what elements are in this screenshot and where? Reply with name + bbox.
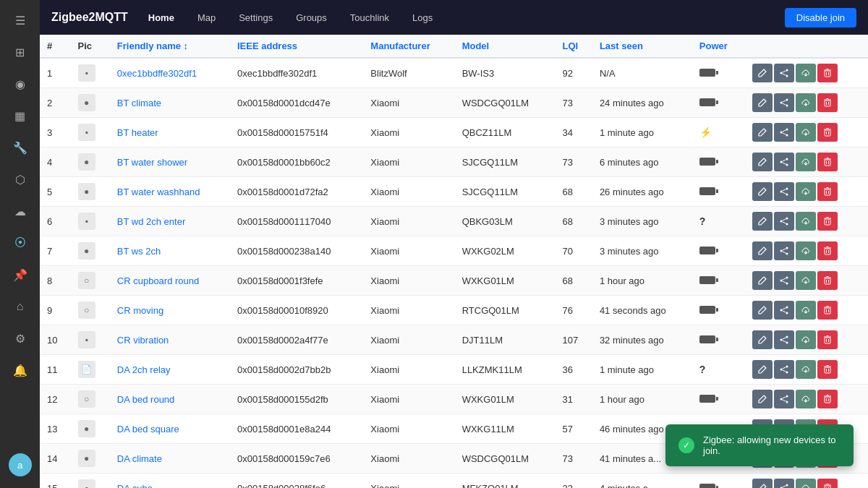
device-name-link[interactable]: DA bed round [117,394,175,405]
shield-icon[interactable]: ⬡ [6,165,35,194]
delete-button[interactable] [817,241,838,260]
col-lqi[interactable]: LQI [555,35,592,58]
device-name-link[interactable]: BT water washhand [117,187,200,197]
share-button[interactable] [774,64,794,82]
devices-icon[interactable]: ◉ [6,69,35,98]
cell-friendly-name[interactable]: BT wd 2ch enter [110,207,230,236]
share-button[interactable] [774,330,794,349]
ota-button[interactable] [796,330,816,349]
cell-friendly-name[interactable]: DA climate [110,444,230,474]
cell-friendly-name[interactable]: DA bed round [110,385,230,414]
share-button[interactable] [774,123,794,142]
delete-button[interactable] [817,182,838,201]
ota-button[interactable] [796,93,816,112]
nav-groups[interactable]: Groups [290,9,333,26]
nav-home[interactable]: Home [142,9,180,26]
bell-icon[interactable]: 🔔 [6,356,35,385]
cell-friendly-name[interactable]: BT water washhand [110,177,230,207]
device-name-link[interactable]: BT water shower [117,157,187,168]
edit-button[interactable] [752,390,773,408]
disable-join-button[interactable]: Disable join [785,8,856,27]
dashboard-icon[interactable]: ⊞ [6,38,35,67]
edit-button[interactable] [752,64,773,82]
delete-button[interactable] [817,479,838,488]
col-ieee[interactable]: IEEE address [230,35,363,58]
share-button[interactable] [774,182,794,201]
delete-button[interactable] [817,271,838,290]
cell-friendly-name[interactable]: DA bed square [110,414,230,444]
device-name-link[interactable]: DA cube [117,483,153,489]
col-power[interactable]: Power [692,35,745,58]
nav-touchlink[interactable]: Touchlink [344,9,395,26]
col-last-seen[interactable]: Last seen [592,35,692,58]
ota-button[interactable] [796,123,816,142]
edit-button[interactable] [752,93,773,112]
delete-button[interactable] [817,330,838,349]
gear-icon[interactable]: ⚙ [6,324,35,353]
share-button[interactable] [774,390,794,408]
edit-button[interactable] [752,360,773,379]
manufacturer-sort-link[interactable]: Manufacturer [370,40,430,51]
delete-button[interactable] [817,64,838,82]
wrench-icon[interactable]: 🔧 [6,133,35,162]
edit-button[interactable] [752,271,773,290]
ieee-sort-link[interactable]: IEEE address [237,40,297,51]
delete-button[interactable] [817,360,838,379]
delete-button[interactable] [817,212,838,231]
nav-map[interactable]: Map [192,9,221,26]
share-button[interactable] [774,212,794,231]
edit-button[interactable] [752,123,773,142]
edit-button[interactable] [752,241,773,260]
ota-button[interactable] [796,390,816,408]
zigbee-icon[interactable]: ⦿ [6,228,35,257]
cell-friendly-name[interactable]: CR cupboard round [110,266,230,296]
share-button[interactable] [774,360,794,379]
col-model[interactable]: Model [455,35,556,58]
edit-button[interactable] [752,479,773,488]
ota-button[interactable] [796,271,816,290]
device-name-link[interactable]: BT heater [117,127,158,138]
device-name-link[interactable]: CR moving [117,305,163,316]
delete-button[interactable] [817,153,838,171]
share-button[interactable] [774,241,794,260]
col-manufacturer[interactable]: Manufacturer [363,35,454,58]
delete-button[interactable] [817,390,838,408]
share-button[interactable] [774,479,794,488]
device-name-link[interactable]: DA 2ch relay [117,364,171,375]
edit-button[interactable] [752,153,773,171]
last-seen-sort-link[interactable]: Last seen [600,40,643,51]
device-name-link[interactable]: DA bed square [117,424,179,435]
device-name-link[interactable]: BT wd 2ch enter [117,216,185,227]
cell-friendly-name[interactable]: 0xec1bbdffe302df1 [110,58,230,88]
edit-button[interactable] [752,301,773,320]
cell-friendly-name[interactable]: BT ws 2ch [110,236,230,266]
model-sort-link[interactable]: Model [462,40,490,51]
lqi-sort-link[interactable]: LQI [562,40,578,51]
device-name-link[interactable]: CR vibration [117,335,169,346]
device-name-link[interactable]: 0xec1bbdffe302df1 [117,68,197,79]
device-name-link[interactable]: CR cupboard round [117,275,199,286]
chart-icon[interactable]: ▦ [6,101,35,130]
share-button[interactable] [774,301,794,320]
col-friendly-name[interactable]: Friendly name ↕ [110,35,230,58]
device-name-link[interactable]: BT ws 2ch [117,246,161,257]
cloud-icon[interactable]: ☁ [6,197,35,226]
cell-friendly-name[interactable]: DA 2ch relay [110,355,230,385]
home-icon[interactable]: ⌂ [6,292,35,321]
edit-button[interactable] [752,330,773,349]
pin-icon[interactable]: 📌 [6,260,35,289]
ota-button[interactable] [796,360,816,379]
cell-friendly-name[interactable]: BT climate [110,88,230,118]
ota-button[interactable] [796,182,816,201]
nav-settings[interactable]: Settings [233,9,278,26]
edit-button[interactable] [752,212,773,231]
ota-button[interactable] [796,153,816,171]
menu-icon[interactable]: ☰ [6,6,35,35]
device-name-link[interactable]: DA climate [117,453,162,464]
edit-button[interactable] [752,182,773,201]
ota-button[interactable] [796,479,816,488]
delete-button[interactable] [817,93,838,112]
cell-friendly-name[interactable]: CR moving [110,296,230,325]
cell-friendly-name[interactable]: CR vibration [110,325,230,355]
power-sort-link[interactable]: Power [699,40,728,51]
